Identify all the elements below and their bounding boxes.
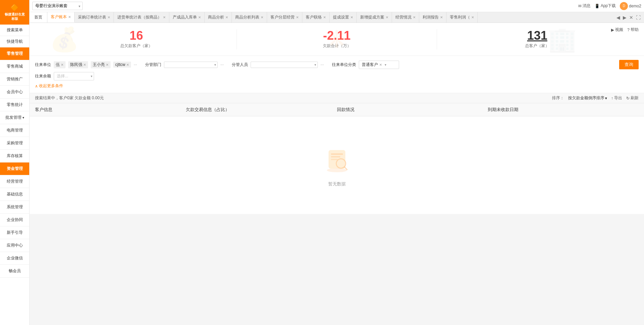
sidebar-item-inventory[interactable]: 库存核算 [0, 150, 29, 162]
sidebar-logo[interactable]: 🔶 畅捷通好生意 标版 [0, 0, 29, 25]
tab-close-profit-report[interactable]: ✕ [440, 15, 443, 19]
person-filter-label: 分管人员 [232, 62, 248, 68]
tab-tip-settings[interactable]: 提成设置 ✕ [330, 12, 357, 23]
person-more-btn[interactable]: ··· [320, 62, 324, 67]
sidebar-item-finance[interactable]: 资金管理 [0, 162, 29, 175]
tab-customer-segment[interactable]: 客户分层经营 ✕ [267, 12, 302, 23]
tab-close-tip-settings[interactable]: ✕ [350, 15, 353, 19]
svg-rect-4 [331, 159, 338, 160]
tab-product-analysis-list[interactable]: 商品分析列表 ✕ [232, 12, 267, 23]
tab-retail-profit[interactable]: 零售利润（ ✕ [446, 12, 478, 23]
sidebar-item-retail-mgmt[interactable]: 零售管理 [0, 47, 29, 60]
sidebar-item-retail-stats[interactable]: 零售统计 [0, 99, 29, 111]
stat-all-customers-value: 131 [440, 30, 635, 42]
tab-add-tip-plan[interactable]: 新增提成方案 ✕ [357, 12, 392, 23]
sidebar-item-member-center[interactable]: 会员中心 [0, 86, 29, 99]
sidebar: 🔶 畅捷通好生意 标版 搜索菜单 快捷导航 零售管理 零售商城 营销推广 会员中… [0, 0, 30, 325]
top-navbar: 母婴行业演示账套 ▾ ✉ 消息 📱 App下载 D demo2 [30, 0, 644, 12]
dept-more-btn[interactable]: ··· [220, 62, 224, 67]
person-chevron-icon: ▾ [314, 63, 316, 67]
sort-button[interactable]: 按欠款金额倒序排序 ▾ [568, 95, 607, 101]
unit-filter-label: 往来单位 [35, 62, 51, 68]
help-btn[interactable]: ? 帮助 [627, 27, 639, 33]
query-button[interactable]: 查询 [619, 60, 639, 69]
tab-biz-situation[interactable]: 经营情况 ✕ [392, 12, 419, 23]
empty-text: 暂无数据 [328, 181, 346, 187]
tab-purchase-order-stats[interactable]: 采购订单统计表 ✕ [75, 12, 114, 23]
tag-close-cjttcw[interactable]: ✕ [126, 63, 129, 67]
sidebar-item-retail-mall[interactable]: 零售商城 [0, 60, 29, 73]
user-avatar-btn[interactable]: D demo2 [620, 2, 641, 10]
sidebar-item-enterprise-wechat[interactable]: 企业微信 [0, 252, 29, 265]
tab-close-purchase-order[interactable]: ✕ [108, 15, 110, 19]
tab-purchase-stats-product[interactable]: 进货单统计表（按商品） ✕ [114, 12, 169, 23]
refresh-btn[interactable]: ↻ 刷新 [626, 95, 639, 101]
video-btn[interactable]: ▶ 视频 [611, 27, 623, 33]
tab-customer-account[interactable]: 客户账本 ✕ [47, 12, 75, 23]
col-due-date: 到期未收款日期 [488, 107, 639, 113]
filter-row-1: 往来单位 伍 ✕ 陈民强 ✕ 王小亮 ✕ cjttcw ✕ ··· [35, 60, 639, 69]
tag-close-wu[interactable]: ✕ [61, 63, 63, 67]
tab-close-customer-segment[interactable]: ✕ [296, 15, 299, 19]
video-icon: ▶ [611, 28, 614, 32]
sidebar-item-sys[interactable]: 系统管理 [0, 201, 29, 214]
tab-product-analysis[interactable]: 商品分析 ✕ [205, 12, 232, 23]
table-header: 客户信息 欠款交易信息（占比） 回款情况 到期未收款日期 [30, 103, 644, 116]
sidebar-item-enterprise-coop[interactable]: 企业协同 [0, 214, 29, 226]
tab-close-customer-account[interactable]: ✕ [68, 15, 71, 19]
tab-customer-contact[interactable]: 客户联络 ✕ [302, 12, 330, 23]
tag-close-chen[interactable]: ✕ [83, 63, 86, 67]
person-select[interactable]: ▾ [251, 62, 318, 68]
tab-home[interactable]: 首页 [30, 12, 47, 23]
tab-close-purchase-stats[interactable]: ✕ [163, 15, 166, 19]
tab-scroll-left[interactable]: ◀ [616, 14, 621, 21]
logo-text: 畅捷通好生意 [5, 12, 25, 16]
sidebar-item-wholesale-mgmt[interactable]: 批发管理 ▾ [0, 111, 29, 124]
tab-scroll-right[interactable]: ▶ [622, 14, 627, 21]
tab-close-customer-contact[interactable]: ✕ [323, 15, 326, 19]
sidebar-item-quick-nav[interactable]: 快捷导航 [0, 36, 29, 47]
balance-select[interactable]: 选择... ▾ [54, 72, 94, 80]
sidebar-item-ops[interactable]: 经营管理 [0, 175, 29, 188]
sidebar-item-ecommerce[interactable]: 电商管理 [0, 124, 29, 137]
tab-close-product-analysis[interactable]: ✕ [225, 15, 228, 19]
dept-select[interactable]: ▾ [164, 62, 218, 68]
sidebar-item-newbie[interactable]: 新手引导 [0, 226, 29, 239]
stat-actions: ▶ 视频 ? 帮助 [611, 27, 639, 33]
tag-close-wang[interactable]: ✕ [106, 63, 109, 67]
sidebar-item-vip-member[interactable]: 畅会员 [0, 265, 29, 278]
empty-icon [320, 143, 354, 177]
unit-type-tag-close[interactable]: ✕ [379, 63, 382, 67]
result-bar: 搜索结果中，客户0家 欠款金额 0.00元 排序： 按欠款金额倒序排序 ▾ ↑ … [30, 93, 644, 103]
sidebar-item-search-menu[interactable]: 搜索菜单 [0, 25, 29, 36]
collapse-button[interactable]: ∧ 收起更多条件 [35, 83, 63, 89]
tab-close-biz-situation[interactable]: ✕ [413, 15, 416, 19]
sidebar-item-purchase[interactable]: 采购管理 [0, 137, 29, 150]
tab-close-product-analysis-list[interactable]: ✕ [261, 15, 263, 19]
svg-rect-2 [331, 153, 343, 155]
tab-close-add-tip-plan[interactable]: ✕ [386, 15, 388, 19]
sidebar-item-marketing[interactable]: 营销推广 [0, 73, 29, 86]
tab-close-cost-inbound[interactable]: ✕ [198, 15, 201, 19]
tab-maximize[interactable]: ⛶ [635, 14, 641, 21]
message-btn[interactable]: ✉ 消息 [578, 3, 591, 9]
dept-filter-label: 分管部门 [145, 62, 161, 68]
stat-all-customers: 131 总客户（家） [437, 27, 637, 51]
filter-tag-wu: 伍 ✕ [54, 61, 66, 68]
app-download-btn[interactable]: 📱 App下载 [595, 3, 616, 9]
company-selector[interactable]: 母婴行业演示账套 ▾ [32, 2, 83, 10]
tab-close-retail-profit[interactable]: ✕ [471, 15, 474, 19]
filter-more-btn[interactable]: ··· [134, 62, 137, 67]
sidebar-item-app-center[interactable]: 应用中心 [0, 239, 29, 252]
export-btn[interactable]: ↑ 导出 [611, 95, 622, 101]
stat-total-customers-label: 总欠款客户（家） [39, 43, 234, 49]
tab-profit-report[interactable]: 利润报告 ✕ [419, 12, 446, 23]
filter-row-2: 往来余额 选择... ▾ [35, 72, 639, 80]
tab-cost-inbound[interactable]: 产成品入库单 ✕ [169, 12, 205, 23]
sidebar-item-basic-info[interactable]: 基础信息 [0, 188, 29, 201]
message-icon: ✉ [578, 4, 582, 8]
tab-close-all[interactable]: ✕ [629, 14, 634, 21]
logo-sub: 标版 [11, 16, 18, 21]
stat-total-debt-label: 欠款合计（万） [240, 43, 434, 49]
unit-type-select[interactable]: 普通客户 ✕ ▾ [359, 61, 399, 69]
